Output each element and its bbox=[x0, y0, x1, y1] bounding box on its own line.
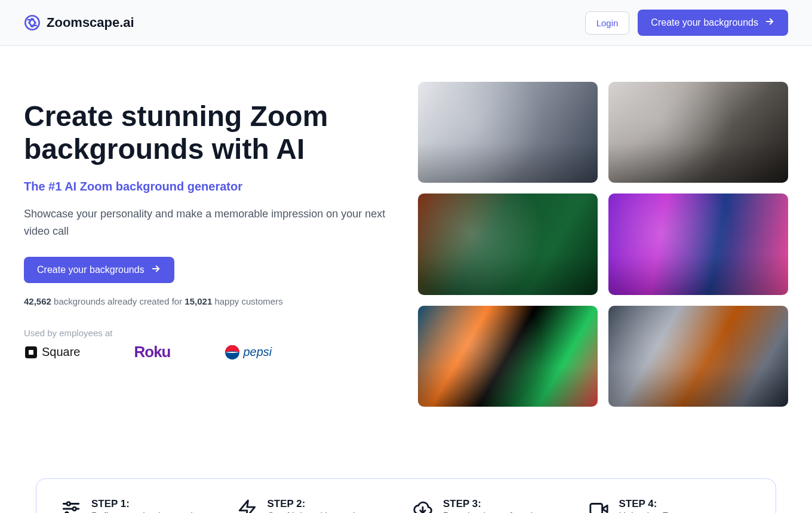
gallery-tile bbox=[418, 193, 598, 294]
gallery-tile bbox=[608, 193, 788, 294]
steps-card: STEP 1: Define your background STEP 2: O… bbox=[36, 478, 776, 513]
brand[interactable]: Zoomscape.ai bbox=[24, 14, 134, 31]
button-label: Create your backgrounds bbox=[37, 265, 144, 275]
video-icon bbox=[588, 498, 610, 513]
gallery-tile bbox=[418, 82, 598, 183]
gallery-tile bbox=[608, 306, 788, 407]
aperture-icon bbox=[24, 14, 41, 31]
hero-description: Showcase your personality and make a mem… bbox=[24, 205, 388, 240]
header-actions: Login Create your backgrounds bbox=[585, 10, 788, 36]
stats-line: 42,562 backgrounds already created for 1… bbox=[24, 296, 394, 306]
svg-point-7 bbox=[73, 507, 76, 511]
arrow-right-icon bbox=[150, 263, 161, 277]
step-3: STEP 3: Download your favorites bbox=[412, 498, 576, 513]
step-title: STEP 1: bbox=[91, 498, 193, 510]
gallery bbox=[418, 82, 788, 407]
svg-rect-11 bbox=[590, 503, 602, 513]
step-2: STEP 2: Our AI does it's magic bbox=[236, 498, 401, 513]
brand-name: Zoomscape.ai bbox=[47, 15, 134, 30]
logo-square: Square bbox=[24, 344, 81, 361]
svg-rect-2 bbox=[29, 350, 33, 355]
stats-backgrounds-count: 42,562 bbox=[24, 296, 51, 306]
hero-subtitle: The #1 AI Zoom background generator bbox=[24, 180, 394, 193]
sliders-icon bbox=[60, 498, 82, 513]
cloud-download-icon bbox=[412, 498, 433, 513]
step-title: STEP 4: bbox=[619, 498, 687, 510]
company-logos: Square Roku pepsi bbox=[24, 344, 394, 361]
hero-title: Create stunning Zoom backgrounds with AI bbox=[24, 100, 394, 165]
gallery-tile bbox=[608, 82, 788, 183]
svg-point-5 bbox=[67, 502, 70, 506]
svg-point-0 bbox=[25, 16, 39, 29]
hero-section: Create stunning Zoom backgrounds with AI… bbox=[0, 46, 812, 431]
header: Zoomscape.ai Login Create your backgroun… bbox=[0, 0, 812, 46]
logo-roku: Roku bbox=[134, 344, 171, 361]
create-backgrounds-button-header[interactable]: Create your backgrounds bbox=[638, 10, 788, 36]
used-by-label: Used by employees at bbox=[24, 328, 394, 338]
button-label: Create your backgrounds bbox=[651, 17, 758, 28]
gallery-tile bbox=[418, 306, 598, 407]
steps-section: STEP 1: Define your background STEP 2: O… bbox=[12, 431, 800, 513]
step-1: STEP 1: Define your background bbox=[60, 498, 224, 513]
step-title: STEP 3: bbox=[443, 498, 546, 510]
lightning-icon bbox=[236, 498, 258, 513]
arrow-right-icon bbox=[764, 16, 775, 29]
login-button[interactable]: Login bbox=[585, 11, 630, 35]
logo-pepsi: pepsi bbox=[224, 344, 272, 361]
create-backgrounds-button-hero[interactable]: Create your backgrounds bbox=[24, 257, 174, 283]
stats-customers-count: 15,021 bbox=[184, 296, 212, 306]
step-4: STEP 4: Upload to Zoom bbox=[588, 498, 752, 513]
step-title: STEP 2: bbox=[267, 498, 360, 510]
hero-content: Create stunning Zoom backgrounds with AI… bbox=[24, 82, 394, 361]
svg-marker-10 bbox=[239, 500, 255, 513]
